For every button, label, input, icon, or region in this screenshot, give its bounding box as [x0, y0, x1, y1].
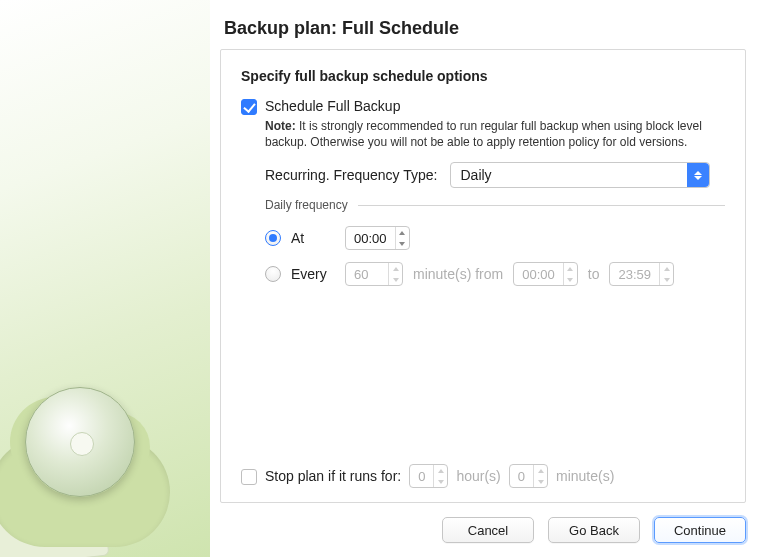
footer-buttons: Cancel Go Back Continue — [220, 503, 746, 543]
schedule-full-backup-label: Schedule Full Backup — [265, 98, 400, 114]
daily-frequency-label: Daily frequency — [265, 198, 348, 212]
every-unit-label: minute(s) from — [413, 266, 503, 282]
divider — [358, 205, 725, 206]
stop-minutes-unit: minute(s) — [556, 468, 614, 484]
chevron-up-icon[interactable] — [660, 263, 673, 274]
at-label: At — [291, 230, 335, 246]
every-radio[interactable] — [265, 266, 281, 282]
chevron-down-icon[interactable] — [396, 238, 409, 249]
page-title: Backup plan: Full Schedule — [224, 18, 746, 39]
chevron-up-icon[interactable] — [534, 465, 547, 476]
stop-plan-checkbox[interactable] — [241, 469, 257, 485]
note-text: It is strongly recommended to run regula… — [265, 119, 702, 149]
decorative-sidebar — [0, 0, 210, 557]
at-time-stepper[interactable]: 00:00 — [345, 226, 410, 250]
chevron-down-icon[interactable] — [660, 274, 673, 285]
chevron-down-icon[interactable] — [534, 476, 547, 487]
go-back-button[interactable]: Go Back — [548, 517, 640, 543]
every-to-stepper[interactable]: 23:59 — [609, 262, 674, 286]
at-time-value: 00:00 — [346, 231, 395, 246]
every-from-stepper[interactable]: 00:00 — [513, 262, 578, 286]
panel-subtitle: Specify full backup schedule options — [241, 68, 725, 84]
every-label: Every — [291, 266, 335, 282]
chevron-up-icon[interactable] — [434, 465, 447, 476]
at-radio[interactable] — [265, 230, 281, 246]
chevron-down-icon[interactable] — [564, 274, 577, 285]
every-to-label: to — [588, 266, 600, 282]
schedule-note: Note: It is strongly recommended to run … — [265, 118, 725, 150]
chevron-down-icon[interactable] — [389, 274, 402, 285]
stop-minutes-value: 0 — [510, 469, 533, 484]
frequency-type-select[interactable]: Daily — [450, 162, 710, 188]
disc-icon — [25, 387, 135, 497]
stop-plan-label: Stop plan if it runs for: — [265, 468, 401, 484]
stop-minutes-stepper[interactable]: 0 — [509, 464, 548, 488]
chevron-updown-icon — [687, 163, 709, 187]
every-value-stepper[interactable]: 60 — [345, 262, 403, 286]
schedule-full-backup-checkbox[interactable] — [241, 99, 257, 115]
frequency-type-label: Recurring. Frequency Type: — [265, 167, 438, 183]
chevron-up-icon[interactable] — [396, 227, 409, 238]
chevron-up-icon[interactable] — [389, 263, 402, 274]
continue-button[interactable]: Continue — [654, 517, 746, 543]
stop-hours-value: 0 — [410, 469, 433, 484]
every-to-value: 23:59 — [610, 267, 659, 282]
every-value: 60 — [346, 267, 388, 282]
chevron-up-icon[interactable] — [564, 263, 577, 274]
chevron-down-icon[interactable] — [434, 476, 447, 487]
cancel-button[interactable]: Cancel — [442, 517, 534, 543]
note-prefix: Note: — [265, 119, 296, 133]
stop-hours-unit: hour(s) — [456, 468, 500, 484]
stop-hours-stepper[interactable]: 0 — [409, 464, 448, 488]
frequency-type-value: Daily — [461, 167, 492, 183]
options-panel: Specify full backup schedule options Sch… — [220, 49, 746, 503]
every-from-value: 00:00 — [514, 267, 563, 282]
